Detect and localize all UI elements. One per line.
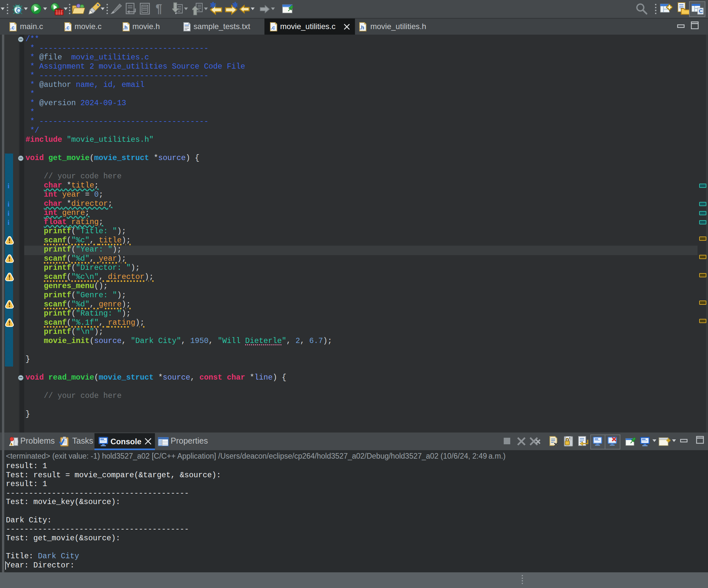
svg-text:✱: ✱ xyxy=(210,2,216,9)
svg-text:✱: ✱ xyxy=(232,2,237,9)
svg-text:.c: .c xyxy=(10,25,14,30)
svg-text:.h: .h xyxy=(123,25,127,30)
svg-text:.c: .c xyxy=(271,25,275,30)
svg-text:.h: .h xyxy=(359,25,364,30)
svg-text:.c: .c xyxy=(65,25,69,30)
svg-text:C: C xyxy=(699,8,703,14)
